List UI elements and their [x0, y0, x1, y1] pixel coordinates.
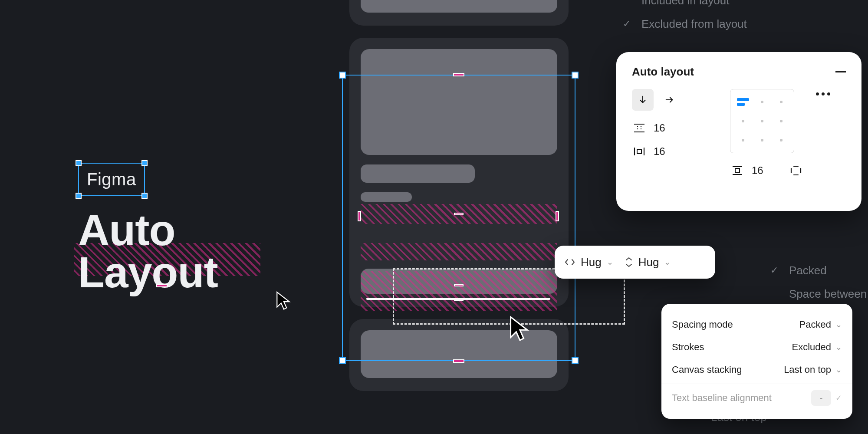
width-resizing-dropdown[interactable]: Hug ⌄ — [564, 256, 613, 269]
padding-vertical-field[interactable]: 16 — [730, 164, 763, 177]
selection-handle-icon[interactable] — [141, 160, 148, 166]
align-dot[interactable] — [761, 139, 763, 141]
menu-label: Space between — [789, 287, 867, 301]
padding-horizontal-field[interactable]: 16 — [632, 145, 714, 158]
selection-handle-icon[interactable] — [141, 193, 148, 199]
independent-padding-icon — [789, 164, 802, 177]
placeholder-block — [361, 0, 557, 13]
stacking-row[interactable]: Canvas stacking Last on top⌄ — [672, 358, 842, 381]
row-value: Last on top — [784, 364, 831, 375]
height-value: Hug — [638, 256, 659, 269]
auto-layout-panel: Auto layout 16 16 — [616, 52, 861, 211]
hero-line2: Layout — [78, 251, 218, 293]
align-top-left-active[interactable] — [737, 98, 749, 106]
card-top — [349, 0, 569, 26]
row-label: Spacing mode — [672, 319, 733, 330]
selection-handle-icon[interactable] — [572, 72, 579, 79]
row-value: Packed — [799, 319, 831, 330]
panel-title: Auto layout — [632, 65, 694, 79]
gap-icon — [633, 123, 645, 133]
more-options-button[interactable] — [816, 92, 830, 95]
gap-handle-icon[interactable] — [454, 284, 464, 286]
hero-line1: Auto — [78, 209, 218, 251]
align-dot[interactable] — [742, 120, 744, 122]
baseline-row[interactable]: Text baseline alignment - ✓ — [672, 387, 842, 409]
padding-horizontal-icon — [633, 146, 645, 157]
chevron-down-icon: ⌄ — [835, 365, 842, 375]
card-selected[interactable] — [349, 38, 569, 307]
independent-padding-button[interactable] — [789, 164, 802, 177]
canvas-preview[interactable] — [349, 0, 569, 391]
padding-vertical-icon — [731, 165, 743, 176]
selection-handle-icon[interactable] — [572, 357, 579, 364]
padding-vertical-value: 16 — [752, 164, 763, 177]
direction-horizontal-button[interactable] — [659, 89, 681, 111]
row-label: Strokes — [672, 342, 704, 353]
menu-label: Packed — [789, 264, 827, 277]
hug-horizontal-icon — [564, 258, 575, 266]
figma-selected-text: Figma — [78, 163, 145, 196]
height-resizing-dropdown[interactable]: Hug ⌄ — [625, 256, 671, 269]
menu-item: Space between — [768, 282, 867, 306]
ghost-spacing-menu: ✓ Packed Space between — [768, 259, 867, 306]
selection-handle-icon[interactable] — [339, 357, 346, 364]
gap-hatch[interactable] — [361, 243, 557, 260]
figma-chip-label: Figma — [87, 170, 136, 189]
alignment-grid[interactable] — [730, 89, 794, 153]
ghost-strokes-menu: Included in layout ✓ Excluded from layou… — [621, 0, 747, 36]
row-label: Canvas stacking — [672, 364, 742, 375]
placeholder-title — [361, 164, 475, 183]
remove-auto-layout-button[interactable] — [835, 71, 846, 72]
row-label: Text baseline alignment — [672, 392, 772, 404]
hero-title: Auto Layout — [78, 209, 218, 293]
gap-field[interactable]: 16 — [632, 122, 714, 134]
check-icon: ✓ — [768, 265, 780, 276]
align-dot[interactable] — [780, 120, 783, 122]
chevron-down-icon: ⌄ — [664, 257, 671, 267]
cursor-icon — [276, 291, 292, 310]
align-dot[interactable] — [761, 101, 763, 103]
gap-value: 16 — [654, 122, 665, 134]
chevron-down-icon: ⌄ — [835, 320, 842, 329]
card-bottom — [349, 319, 569, 391]
spacing-handle-icon[interactable] — [156, 284, 168, 287]
gap-handle-icon[interactable] — [454, 213, 464, 215]
strokes-row[interactable]: Strokes Excluded⌄ — [672, 336, 842, 358]
selection-handle-icon[interactable] — [76, 193, 82, 199]
svg-rect-1 — [735, 168, 740, 173]
arrow-right-icon — [665, 95, 674, 105]
padding-horizontal-value: 16 — [654, 145, 665, 158]
chevron-down-icon: ⌄ — [835, 342, 842, 352]
drop-indicator — [366, 298, 550, 300]
check-icon: ✓ — [835, 393, 842, 403]
selection-handle-icon[interactable] — [76, 160, 82, 166]
chevron-down-icon: ⌄ — [607, 257, 613, 267]
menu-item: Included in layout — [621, 0, 747, 12]
padding-handle-icon[interactable] — [358, 211, 361, 221]
direction-vertical-button[interactable] — [632, 89, 654, 111]
width-value: Hug — [581, 256, 602, 269]
align-dot[interactable] — [780, 139, 783, 141]
placeholder-hero — [361, 49, 557, 155]
gap-hatch[interactable] — [361, 204, 557, 224]
direction-toggle — [632, 89, 714, 111]
resizing-popover: Hug ⌄ Hug ⌄ — [555, 246, 715, 279]
svg-rect-0 — [637, 149, 641, 154]
menu-item: ✓ Excluded from layout — [621, 12, 747, 36]
advanced-settings-popover: Spacing mode Packed⌄ Strokes Excluded⌄ C… — [661, 304, 852, 419]
align-dot[interactable] — [742, 139, 744, 141]
selection-handle-icon[interactable] — [339, 72, 346, 79]
padding-handle-icon[interactable] — [556, 211, 559, 221]
align-dot[interactable] — [761, 120, 763, 122]
menu-label: Excluded from layout — [641, 17, 747, 31]
baseline-toggle-off[interactable]: - — [811, 390, 831, 406]
menu-item: ✓ Packed — [768, 259, 867, 282]
spacing-mode-row[interactable]: Spacing mode Packed⌄ — [672, 313, 842, 336]
menu-label: Included in layout — [641, 0, 729, 7]
check-icon: ✓ — [621, 18, 633, 30]
gap-hatch[interactable] — [361, 271, 557, 311]
cursor-icon — [509, 315, 531, 341]
align-dot[interactable] — [780, 101, 783, 103]
hug-vertical-icon — [625, 256, 633, 268]
placeholder-subtitle — [361, 192, 412, 202]
